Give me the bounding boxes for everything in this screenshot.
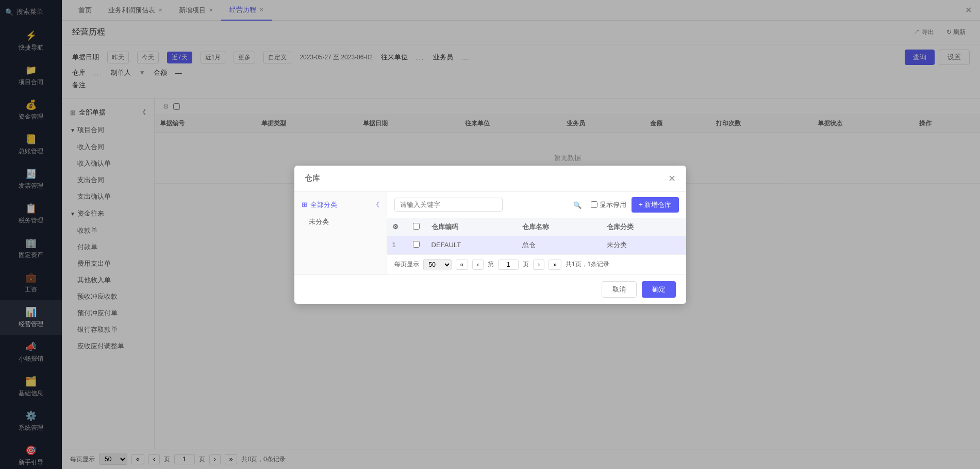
row-index: 1 — [387, 236, 408, 254]
collapse-tree-btn[interactable]: 《 — [373, 200, 379, 209]
modal-next-page[interactable]: › — [533, 260, 544, 270]
show-disabled-checkbox[interactable]: 显示停用 — [591, 200, 626, 209]
col-category: 仓库分类 — [602, 218, 686, 236]
modal-header: 仓库 ✕ — [294, 166, 686, 192]
modal-total-info: 共1页，1条记录 — [566, 260, 609, 269]
col-select — [408, 218, 426, 236]
modal-overlay[interactable]: 仓库 ✕ ⊞ 全部分类 《 未分类 🔍 — [0, 0, 980, 469]
warehouse-search-input[interactable] — [394, 198, 503, 212]
modal-cancel-button[interactable]: 取消 — [602, 281, 637, 298]
warehouse-modal: 仓库 ✕ ⊞ 全部分类 《 未分类 🔍 — [294, 166, 686, 304]
row-category: 未分类 — [602, 236, 686, 254]
modal-page-unit: 页 — [523, 260, 529, 269]
modal-first-page[interactable]: « — [456, 260, 469, 270]
row-name: 总仓 — [517, 236, 602, 254]
search-magnify-icon: 🔍 — [573, 201, 582, 208]
modal-last-page[interactable]: » — [549, 260, 561, 270]
tree-item-uncategorized[interactable]: 未分类 — [294, 214, 387, 230]
row-checkbox[interactable] — [413, 241, 420, 248]
modal-close-button[interactable]: ✕ — [668, 173, 676, 184]
warehouse-table: ⚙ 仓库编码 仓库名称 仓库分类 1 DEFAULT — [387, 218, 686, 254]
modal-footer: 取消 确定 — [294, 274, 686, 304]
modal-page-input[interactable] — [498, 260, 519, 270]
table-row[interactable]: 1 DEFAULT 总仓 未分类 — [387, 236, 686, 254]
search-wrap: 🔍 — [394, 198, 586, 212]
col-settings: ⚙ — [387, 218, 408, 236]
col-name: 仓库名称 — [517, 218, 602, 236]
tree-all-categories[interactable]: ⊞ 全部分类 《 — [294, 196, 387, 214]
modal-confirm-button[interactable]: 确定 — [642, 281, 676, 298]
modal-right-panel: 🔍 显示停用 + 新增仓库 ⚙ 仓库编码 — [387, 192, 686, 274]
modal-pagination: 每页显示 50 100 « ‹ 第 页 › » 共1页，1条记录 — [387, 254, 686, 274]
modal-title: 仓库 — [305, 173, 320, 183]
modal-table-container: ⚙ 仓库编码 仓库名称 仓库分类 1 DEFAULT — [387, 218, 686, 254]
modal-toolbar: 🔍 显示停用 + 新增仓库 — [387, 192, 686, 218]
modal-select-all[interactable] — [413, 223, 420, 230]
show-disabled-input[interactable] — [591, 201, 597, 208]
modal-page-size-select[interactable]: 50 100 — [423, 259, 452, 270]
modal-page-label: 第 — [488, 260, 494, 269]
col-code: 仓库编码 — [426, 218, 517, 236]
add-warehouse-button[interactable]: + 新增仓库 — [632, 197, 678, 213]
modal-body: ⊞ 全部分类 《 未分类 🔍 显示停用 + 新增仓库 — [294, 192, 686, 274]
row-code: DEFAULT — [426, 236, 517, 254]
modal-prev-page[interactable]: ‹ — [472, 260, 484, 270]
modal-tree-panel: ⊞ 全部分类 《 未分类 — [294, 192, 387, 274]
grid-icon-tree: ⊞ — [302, 201, 307, 208]
